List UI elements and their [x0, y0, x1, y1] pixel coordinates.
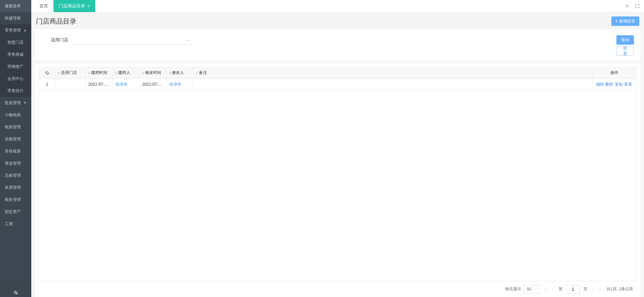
page-prefix: 第 — [559, 286, 563, 292]
sidebar-item-label: 零售管理 — [5, 28, 22, 33]
tab-1[interactable]: 门店商品目录× — [53, 0, 95, 12]
fullscreen-button[interactable] — [635, 3, 640, 9]
gear-icon — [13, 290, 18, 295]
sidebar-item-17[interactable]: 固定资产 — [0, 206, 31, 218]
sidebar-item-8[interactable]: 批发管理▼ — [0, 97, 31, 109]
filter-store-input[interactable] — [72, 37, 193, 42]
page-size-label: 每页显示 — [505, 286, 521, 292]
action-copy[interactable]: 复制 — [615, 82, 623, 87]
column-header-remark[interactable]: ▴▾备注 — [193, 67, 593, 79]
column-header-modifier[interactable]: ▴▾修改人 — [166, 67, 193, 79]
settings-button[interactable]: 设置 — [616, 47, 634, 55]
main-area: 首页门店商品目录× 门店商品目录 + 新增目录 — [31, 0, 644, 297]
tab-label: 门店商品目录 — [59, 3, 85, 9]
sort-icon: ▴▾ — [115, 71, 117, 75]
close-icon — [624, 3, 630, 9]
sidebar-item-13[interactable]: 资金管理 — [0, 157, 31, 169]
sidebar-item-label: 资金管理 — [5, 161, 27, 166]
sidebar-item-1[interactable]: 快捷导航 — [0, 12, 31, 24]
sidebar-item-label: 小畅电商 — [5, 112, 27, 118]
sidebar-item-4[interactable]: 零售商城 — [0, 48, 31, 60]
sidebar-item-label: 采购管理 — [5, 136, 27, 142]
cell-actions: 编辑删除复制查看 — [593, 79, 636, 90]
column-settings-button[interactable] — [39, 67, 55, 79]
column-header-actions: 操作 — [593, 67, 636, 79]
sidebar-settings-button[interactable] — [0, 288, 31, 297]
page-size-select[interactable]: 50 — [523, 285, 540, 294]
fullscreen-icon — [635, 3, 640, 9]
sidebar-item-3[interactable]: 智慧门店 — [0, 36, 31, 48]
sidebar-item-15[interactable]: 发票管理 — [0, 181, 31, 194]
sidebar-item-7[interactable]: 零售统计 — [0, 85, 31, 97]
tab-label: 首页 — [39, 3, 48, 9]
column-header-store[interactable]: ▴▾适用门店 — [55, 67, 85, 79]
close-all-tabs-button[interactable] — [624, 3, 630, 9]
content-area: 门店商品目录 + 新增目录 适用门店 ··· — [31, 12, 644, 297]
page-number-input[interactable] — [566, 285, 580, 294]
sidebar-item-label: 税务管理 — [5, 197, 27, 203]
caret-up-icon: ▲ — [24, 29, 27, 32]
sidebar-item-11[interactable]: 采购管理 — [0, 133, 31, 145]
sidebar-item-9[interactable]: 小畅电商 — [0, 109, 31, 121]
filter-store-label: 适用门店 — [41, 37, 68, 43]
sidebar-item-label: 发票管理 — [5, 185, 27, 190]
column-header-creator[interactable]: ▴▾建档人 — [112, 67, 139, 79]
pager-prev-button[interactable] — [551, 287, 555, 291]
sidebar-item-label: 工资 — [5, 221, 27, 227]
sort-icon: ▴▾ — [142, 71, 144, 75]
sidebar-item-label: 营销推广 — [7, 64, 24, 70]
sidebar-item-2[interactable]: 零售管理▲ — [0, 24, 31, 36]
action-view[interactable]: 查看 — [624, 82, 632, 87]
sidebar-item-12[interactable]: 库存核算 — [0, 145, 31, 157]
sidebar-item-14[interactable]: 总账管理 — [0, 169, 31, 181]
pager-next-button[interactable] — [591, 287, 595, 291]
sidebar-item-label: 零售商城 — [7, 52, 24, 57]
sidebar-item-label: 总账管理 — [5, 173, 27, 178]
sidebar: 搜索菜单快捷导航零售管理▲智慧门店零售商城营销推广会员中心零售统计批发管理▼小畅… — [0, 0, 31, 297]
sidebar-item-0[interactable]: 搜索菜单 — [0, 0, 31, 12]
action-edit[interactable]: 编辑 — [596, 82, 604, 87]
tab-0[interactable]: 首页 — [34, 0, 53, 12]
sort-icon: ▴▾ — [196, 71, 198, 75]
sidebar-item-label: 智慧门店 — [7, 40, 24, 45]
tab-close-icon[interactable]: × — [87, 4, 90, 9]
pager-last-button[interactable] — [598, 287, 602, 291]
tabs-bar: 首页门店商品目录× — [31, 0, 644, 12]
column-header-created_at[interactable]: ▴▾建档时间 — [85, 67, 112, 79]
sidebar-item-label: 固定资产 — [5, 209, 27, 215]
filter-store-more-button[interactable]: ··· — [186, 37, 191, 43]
cell-modified_at: 2022-07-27 11: — [139, 79, 166, 90]
sidebar-item-label: 批发管理 — [5, 100, 22, 106]
sort-icon: ▴▾ — [169, 71, 171, 75]
table-panel: ▴▾适用门店▴▾建档时间▴▾建档人▴▾修改时间▴▾修改人▴▾备注操作 12022… — [35, 63, 641, 297]
sidebar-item-label: 会员中心 — [7, 76, 24, 82]
row-index: 1 — [39, 79, 55, 90]
pager-first-button[interactable] — [544, 287, 548, 291]
sidebar-item-5[interactable]: 营销推广 — [0, 60, 31, 73]
sidebar-item-label: 搜索菜单 — [5, 3, 27, 9]
column-header-modified_at[interactable]: ▴▾修改时间 — [139, 67, 166, 79]
cell-created_at: 2022-07-27 11: — [85, 79, 112, 90]
search-button[interactable]: 查询 — [616, 35, 634, 45]
sort-icon: ▴▾ — [88, 71, 90, 75]
pagination-summary: 共1页, 1条记录 — [606, 286, 633, 292]
add-catalog-button[interactable]: + 新增目录 — [611, 16, 639, 26]
filter-panel: 适用门店 ··· 查询 设置 — [35, 29, 641, 60]
sort-icon: ▴▾ — [58, 71, 60, 75]
cell-remark — [193, 79, 593, 90]
cell-creator: 徐泽华 — [112, 79, 139, 90]
sidebar-item-18[interactable]: 工资 — [0, 218, 31, 230]
pagination: 每页显示 50 第 页 共 — [39, 281, 637, 297]
table-row: 12022-07-27 11:徐泽华2022-07-27 11:徐泽华编辑删除复… — [39, 79, 636, 90]
sidebar-item-6[interactable]: 会员中心 — [0, 73, 31, 85]
action-delete[interactable]: 删除 — [605, 82, 613, 87]
page-suffix: 页 — [583, 286, 587, 292]
sidebar-item-label: 库存核算 — [5, 148, 27, 154]
add-catalog-label: 新增目录 — [619, 18, 635, 24]
caret-down-icon: ▼ — [24, 101, 27, 104]
sidebar-item-16[interactable]: 税务管理 — [0, 194, 31, 206]
gear-icon — [45, 71, 49, 75]
sidebar-item-10[interactable]: 电商管理 — [0, 121, 31, 133]
sidebar-item-label: 快捷导航 — [5, 15, 27, 21]
chevron-down-icon — [534, 288, 537, 291]
